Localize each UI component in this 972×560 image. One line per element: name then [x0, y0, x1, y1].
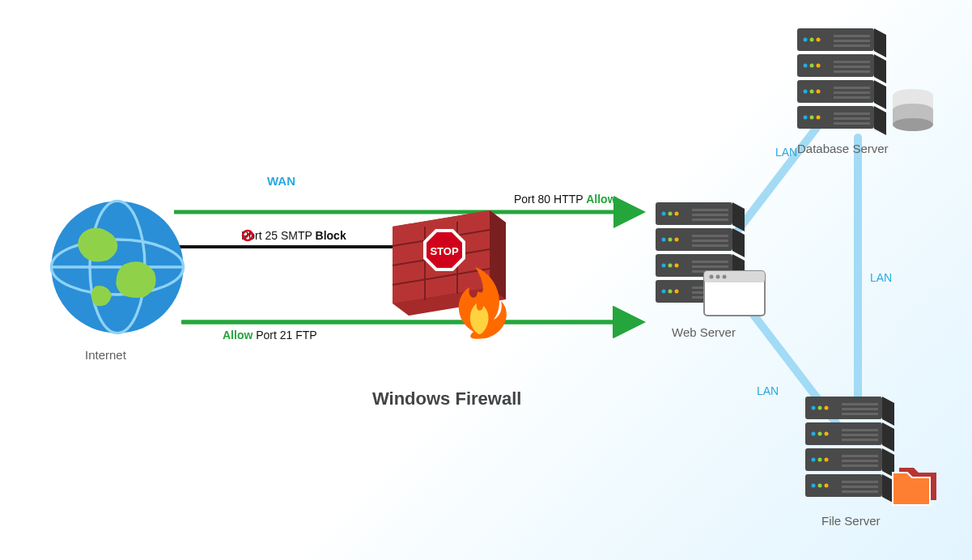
svg-point-92 [893, 118, 933, 131]
svg-marker-97 [882, 397, 894, 426]
lan-label-2: LAN [870, 271, 892, 284]
svg-point-55 [723, 275, 727, 279]
rule-http-text: Port 80 HTTP [514, 193, 586, 206]
svg-point-37 [669, 290, 673, 294]
svg-rect-87 [834, 122, 870, 125]
svg-marker-24 [732, 228, 745, 257]
rule-ftp: Allow Port 21 FTP [223, 329, 317, 342]
svg-rect-77 [834, 40, 870, 42]
svg-rect-41 [692, 218, 728, 221]
svg-marker-63 [874, 106, 886, 135]
svg-rect-86 [834, 117, 870, 120]
svg-point-30 [662, 238, 666, 242]
internet-label: Internet [85, 348, 126, 362]
svg-rect-123 [842, 486, 878, 488]
rule-smtp: Port 25 SMTP Block [241, 229, 346, 242]
svg-marker-60 [874, 28, 886, 57]
rule-http-action: Allow [586, 193, 616, 206]
svg-point-33 [662, 264, 666, 268]
svg-point-72 [817, 90, 821, 94]
svg-rect-43 [692, 240, 728, 242]
svg-point-65 [810, 38, 814, 42]
db-server-label: Database Server [797, 142, 889, 155]
rule-ftp-action: Allow [223, 329, 253, 342]
svg-point-53 [710, 275, 714, 279]
svg-point-34 [669, 264, 673, 268]
svg-point-35 [675, 264, 679, 268]
svg-marker-23 [732, 202, 745, 231]
svg-rect-39 [692, 209, 728, 211]
svg-point-69 [817, 64, 821, 68]
svg-point-67 [804, 64, 808, 68]
svg-point-38 [675, 290, 679, 294]
svg-rect-115 [842, 413, 878, 415]
svg-marker-62 [874, 80, 886, 109]
svg-point-32 [675, 238, 679, 242]
svg-point-75 [817, 116, 821, 120]
svg-point-111 [818, 484, 822, 488]
svg-rect-118 [842, 439, 878, 441]
svg-point-64 [804, 38, 808, 42]
svg-marker-98 [882, 422, 894, 452]
svg-point-103 [825, 406, 829, 410]
block-icon [241, 229, 254, 242]
svg-rect-124 [842, 490, 878, 493]
svg-point-27 [662, 212, 666, 216]
diagram-canvas: Internet WAN STOP Windows Fir [0, 0, 972, 560]
svg-rect-85 [834, 112, 870, 115]
rule-http: Port 80 HTTP Allow [514, 193, 617, 206]
svg-point-105 [818, 432, 822, 436]
globe-icon [49, 198, 186, 336]
wan-label: WAN [267, 174, 295, 188]
svg-point-106 [825, 432, 829, 436]
svg-point-102 [818, 406, 822, 410]
svg-point-36 [662, 290, 666, 294]
svg-point-112 [825, 484, 829, 488]
firewall-label: Windows Firewall [372, 388, 521, 409]
svg-point-68 [810, 64, 814, 68]
svg-point-70 [804, 90, 808, 94]
svg-rect-80 [834, 66, 870, 68]
svg-rect-113 [842, 403, 878, 405]
file-server-label: File Server [821, 514, 881, 528]
svg-point-74 [810, 116, 814, 120]
svg-rect-82 [834, 87, 870, 89]
svg-point-31 [669, 238, 673, 242]
svg-rect-83 [834, 91, 870, 94]
svg-rect-45 [692, 261, 728, 263]
svg-point-73 [804, 116, 808, 120]
svg-rect-44 [692, 244, 728, 247]
svg-point-71 [810, 90, 814, 94]
svg-rect-120 [842, 460, 878, 462]
firewall-icon: STOP [368, 202, 530, 340]
lan-label-3: LAN [757, 384, 779, 397]
svg-point-101 [812, 406, 816, 410]
svg-rect-117 [842, 434, 878, 436]
svg-point-54 [716, 275, 720, 279]
svg-point-110 [812, 484, 816, 488]
lan-label-1: LAN [775, 146, 797, 159]
svg-rect-42 [692, 235, 728, 237]
svg-rect-116 [842, 429, 878, 431]
svg-point-29 [675, 212, 679, 216]
svg-rect-84 [834, 96, 870, 99]
svg-line-18 [244, 232, 251, 239]
browser-window-icon [704, 271, 765, 316]
svg-rect-119 [842, 455, 878, 457]
svg-point-66 [817, 38, 821, 42]
svg-rect-40 [692, 214, 728, 216]
svg-rect-121 [842, 465, 878, 467]
svg-point-104 [812, 432, 816, 436]
stop-sign-text: STOP [430, 245, 458, 257]
svg-point-109 [825, 458, 829, 462]
rule-ftp-text: Port 21 FTP [253, 329, 316, 342]
svg-point-108 [818, 458, 822, 462]
svg-point-28 [669, 212, 673, 216]
svg-rect-78 [834, 45, 870, 47]
svg-rect-46 [692, 265, 728, 268]
database-cylinder-icon [893, 89, 933, 131]
svg-rect-79 [834, 61, 870, 63]
svg-rect-81 [834, 70, 870, 73]
rule-smtp-action: Block [316, 229, 346, 242]
folder-icon [893, 468, 936, 505]
